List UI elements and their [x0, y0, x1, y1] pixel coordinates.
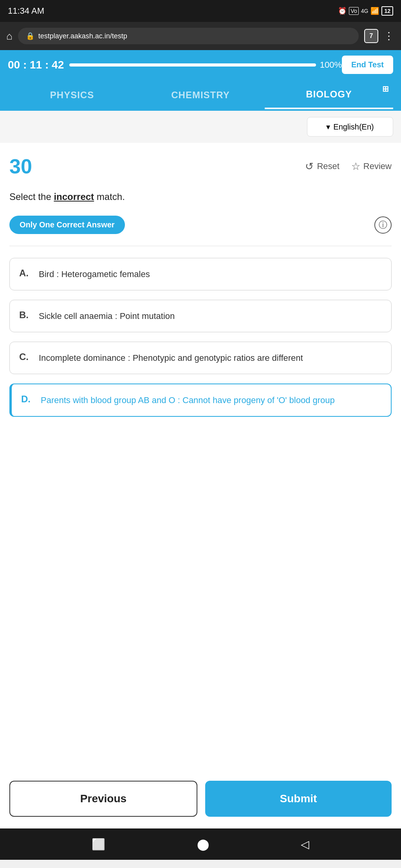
- progress-bar-background: [69, 63, 316, 67]
- question-text-prefix: Select the: [9, 191, 54, 202]
- tab-chemistry[interactable]: CHEMISTRY: [136, 82, 265, 108]
- answer-type-badge: Only One Correct Answer: [9, 216, 125, 234]
- question-area: 30 ↺ Reset ☆ Review Select the incorrect…: [0, 143, 401, 769]
- info-icon[interactable]: ⓘ: [374, 216, 392, 234]
- language-selector[interactable]: ▾ English(En): [307, 117, 393, 137]
- question-number: 30: [9, 155, 32, 178]
- option-d-label: D.: [21, 394, 33, 405]
- progress-bar-fill: [69, 63, 316, 67]
- home-icon[interactable]: ⌂: [6, 30, 13, 42]
- question-text-bold: incorrect: [54, 191, 94, 202]
- url-text: testplayer.aakash.ac.in/testp: [38, 32, 127, 40]
- review-button[interactable]: ☆ Review: [351, 160, 392, 173]
- browser-bar: ⌂ 🔒 testplayer.aakash.ac.in/testp 7 ⋮: [0, 22, 401, 50]
- subject-tabs: PHYSICS CHEMISTRY BIOLOGY ⊞: [0, 79, 401, 111]
- tabs-button[interactable]: 7: [364, 29, 378, 43]
- option-c-label: C.: [19, 351, 31, 362]
- question-text-suffix: match.: [94, 191, 125, 202]
- option-c[interactable]: C. Incomplete dominance : Phenotypic and…: [9, 342, 392, 374]
- status-bar: 11:34 AM ⏰ Vo 4G 📶 12: [0, 0, 401, 22]
- answer-type-row: Only One Correct Answer ⓘ: [9, 216, 392, 234]
- address-bar[interactable]: 🔒 testplayer.aakash.ac.in/testp: [18, 28, 359, 44]
- status-icons: ⏰ Vo 4G 📶 12: [338, 6, 393, 16]
- tab-biology[interactable]: BIOLOGY ⊞: [265, 81, 393, 109]
- previous-button[interactable]: Previous: [9, 781, 197, 817]
- alarm-icon: ⏰: [338, 7, 347, 15]
- option-b[interactable]: B. Sickle cell anaemia : Point mutation: [9, 300, 392, 332]
- divider: [9, 246, 392, 246]
- options-list: A. Bird : Heterogametic females B. Sickl…: [9, 258, 392, 417]
- lock-icon: 🔒: [26, 32, 34, 40]
- signal-icon: 📶: [370, 7, 379, 15]
- chevron-down-icon: ▾: [326, 122, 330, 131]
- square-icon[interactable]: ⬜: [92, 838, 105, 851]
- lte-icon: 4G: [361, 8, 368, 14]
- menu-icon[interactable]: ⋮: [384, 30, 395, 42]
- timer-text: 00 : 11 : 42: [8, 59, 64, 71]
- progress-container: 100%: [69, 60, 342, 70]
- option-b-label: B.: [19, 310, 31, 321]
- question-header: 30 ↺ Reset ☆ Review: [9, 155, 392, 178]
- reset-button[interactable]: ↺ Reset: [305, 160, 339, 173]
- question-text: Select the incorrect match.: [9, 190, 392, 204]
- grid-icon: ⊞: [382, 84, 389, 94]
- option-a-label: A.: [19, 268, 31, 279]
- bottom-nav-bar: ⬜ ⬤ ◁: [0, 828, 401, 860]
- language-label: English(En): [333, 122, 374, 131]
- reset-icon: ↺: [305, 160, 314, 173]
- home-nav-icon[interactable]: ⬤: [197, 838, 209, 851]
- option-a-text: Bird : Heterogametic females: [39, 268, 150, 281]
- progress-percent: 100%: [320, 60, 342, 70]
- end-test-button[interactable]: End Test: [342, 56, 393, 74]
- top-bar: 00 : 11 : 42 100% End Test: [0, 50, 401, 79]
- status-time: 11:34 AM: [8, 6, 44, 16]
- tab-physics[interactable]: PHYSICS: [8, 82, 136, 108]
- submit-button[interactable]: Submit: [205, 781, 392, 817]
- nav-buttons: Previous Submit: [0, 769, 401, 828]
- language-bar: ▾ English(En): [0, 111, 401, 143]
- option-d-text: Parents with blood group AB and O : Cann…: [41, 394, 335, 407]
- option-a[interactable]: A. Bird : Heterogametic females: [9, 258, 392, 290]
- star-icon: ☆: [351, 160, 360, 173]
- option-c-text: Incomplete dominance : Phenotypic and ge…: [39, 351, 303, 364]
- option-b-text: Sickle cell anaemia : Point mutation: [39, 310, 175, 322]
- timer-section: 00 : 11 : 42 100%: [8, 59, 342, 71]
- question-actions: ↺ Reset ☆ Review: [305, 160, 392, 173]
- battery-indicator: 12: [381, 6, 393, 16]
- back-icon[interactable]: ◁: [301, 838, 309, 851]
- vo-lte-icon: Vo: [349, 7, 358, 15]
- option-d[interactable]: D. Parents with blood group AB and O : C…: [9, 384, 392, 417]
